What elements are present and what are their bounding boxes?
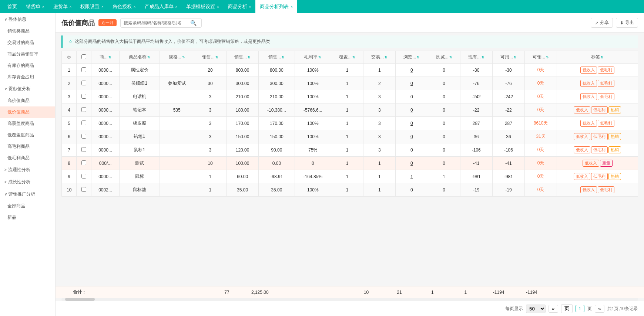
sort-icon-sales_amt[interactable]: ⇅ [248,55,251,59]
nav-close-icon[interactable]: × [68,5,72,9]
sort-icon-coverage[interactable]: ⇅ [352,55,355,59]
nav-close-icon[interactable]: × [100,5,104,9]
sidebar-item-库存资金占用[interactable]: 库存资金占用 [0,71,55,83]
sort-icon-tags[interactable]: ⇅ [601,55,604,59]
sidebar-item-低毛利商品[interactable]: 低毛利商品 [0,152,55,164]
nav-item-权限设置[interactable]: 权限设置 × [76,0,108,13]
sort-icon-browse1[interactable]: ⇅ [417,55,420,59]
col-header-sales_avg[interactable]: 销售...⇅ [259,51,295,64]
sort-icon-gross_rate[interactable]: ⇅ [318,55,321,59]
sidebar-group-成长性分析[interactable]: >成长性分析 [0,176,55,188]
sidebar-item-低覆盖度商品[interactable]: 低覆盖度商品 [0,129,55,141]
browse1-link[interactable]: 0 [410,81,413,86]
sort-icon-name[interactable]: ⇅ [147,55,150,59]
export-button[interactable]: ⬇ 导出 [616,18,638,28]
nav-item-商品分析[interactable]: 商品分析 × [224,0,256,13]
first-page-button[interactable]: 页 [561,304,573,313]
sidebar-group-流通性分析[interactable]: >流通性分析 [0,164,55,176]
sidebar-item-低价值商品[interactable]: 低价值商品 [0,106,55,118]
col-header-coverage[interactable]: 覆盖...⇅ [331,51,363,64]
nav-item-进货单[interactable]: 进货单 × [49,0,76,13]
col-header-code[interactable]: 商...⇅ [91,51,120,64]
sidebar-group-贡献值分析[interactable]: ∨贡献值分析 [0,83,55,95]
row-checkbox[interactable] [77,183,91,197]
row-checkbox[interactable] [77,77,91,90]
col-header-gross_rate[interactable]: 毛利率⇅ [295,51,331,64]
col-header-browse2[interactable]: 浏览...⇅ [428,51,460,64]
sidebar-item-交易过的商品[interactable]: 交易过的商品 [0,37,55,48]
sort-icon-code[interactable]: ⇅ [108,55,111,59]
sort-icon-sales_qty[interactable]: ⇅ [215,55,218,59]
browse1-link[interactable]: 0 [410,161,413,166]
per-page-select[interactable]: 50 100 [526,305,546,313]
browse1-link[interactable]: 0 [410,147,413,153]
col-header-trans[interactable]: 交易...⇅ [363,51,396,64]
sidebar-item-商品分类销售率[interactable]: 商品分类销售率 [0,48,55,60]
nav-item-单据模板设置[interactable]: 单据模板设置 × [182,0,224,13]
col-header-browse1[interactable]: 浏览...⇅ [396,51,428,64]
settings-icon[interactable]: ⚙ [67,55,71,60]
table-container[interactable]: ⚙商...⇅商品名称⇅规格...⇅销售...⇅销售...⇅销售...⇅毛利率⇅覆… [56,51,644,286]
sort-icon-spec[interactable]: ⇅ [182,55,185,59]
sidebar-item-销售类商品[interactable]: 销售类商品 [0,26,55,37]
share-button[interactable]: ↗ 分享 [591,18,613,28]
col-header-spec[interactable]: 规格...⇅ [160,51,194,64]
search-icon[interactable]: 🔍 [190,20,197,26]
row-checkbox[interactable] [77,103,91,117]
row-checkbox[interactable] [77,90,91,103]
search-input[interactable] [124,20,190,26]
sidebar-item-高价值商品[interactable]: 高价值商品 [0,95,55,106]
browse1-link[interactable]: 1 [410,174,413,179]
browse1-link[interactable]: 0 [410,121,413,126]
row-checkbox[interactable] [77,170,91,183]
row-checkbox[interactable] [77,64,91,77]
col-header-sales_qty[interactable]: 销售...⇅ [194,51,226,64]
browse1-link[interactable]: 0 [410,134,413,139]
time-badge[interactable]: 近一月 [98,19,117,26]
scroll-thumb[interactable] [65,298,95,301]
nav-close-icon[interactable]: × [216,5,219,9]
nav-close-icon[interactable]: × [41,5,44,9]
sidebar-item-高毛利商品[interactable]: 高毛利商品 [0,141,55,152]
next-page-button[interactable]: » [595,305,604,313]
col-header-sellable[interactable]: 可销...⇅ [525,51,557,64]
col-header-name[interactable]: 商品名称⇅ [120,51,160,64]
col-header-available[interactable]: 可用...⇅ [492,51,524,64]
nav-item-首页[interactable]: 首页 [3,0,21,13]
sidebar-item-新品[interactable]: 新品 [0,212,55,223]
col-header-tags[interactable]: 标签⇅ [557,51,638,64]
nav-item-角色授权[interactable]: 角色授权 × [108,0,140,13]
nav-close-icon[interactable]: × [289,5,293,9]
browse1-link[interactable]: 0 [410,68,413,73]
col-header-stock[interactable]: 现有...⇅ [460,51,492,64]
nav-close-icon[interactable]: × [248,5,251,9]
sidebar-item-有库存的商品[interactable]: 有库存的商品 [0,60,55,71]
sidebar-group-整体信息[interactable]: ∨整体信息 [0,13,55,26]
sort-icon-sellable[interactable]: ⇅ [546,55,549,59]
sort-icon-sales_avg[interactable]: ⇅ [282,55,285,59]
sort-icon-browse2[interactable]: ⇅ [449,55,452,59]
browse1-link[interactable]: 0 [410,187,413,193]
col-header-checkbox[interactable] [77,51,91,64]
row-checkbox[interactable] [77,143,91,157]
scroll-bar[interactable] [61,298,638,301]
browse1-link[interactable]: 0 [410,108,413,113]
nav-close-icon[interactable]: × [174,5,178,9]
row-checkbox[interactable] [77,130,91,143]
sort-icon-available[interactable]: ⇅ [514,55,517,59]
sort-icon-stock[interactable]: ⇅ [482,55,484,59]
col-header-settings[interactable]: ⚙ [62,51,77,64]
select-all-checkbox[interactable] [81,54,86,59]
sidebar-group-营销推广分析[interactable]: ∨营销推广分析 [0,188,55,200]
sort-icon-trans[interactable]: ⇅ [385,55,388,59]
row-checkbox[interactable] [77,117,91,130]
nav-item-商品分析列表[interactable]: 商品分析列表 × [255,0,297,13]
browse1-link[interactable]: 0 [410,94,413,99]
prev-page-button[interactable]: « [549,305,558,313]
nav-item-销货单[interactable]: 销货单 × [21,0,49,13]
col-header-sales_amt[interactable]: 销售...⇅ [227,51,259,64]
sidebar-item-全部商品[interactable]: 全部商品 [0,200,55,212]
row-checkbox[interactable] [77,157,91,170]
nav-close-icon[interactable]: × [133,5,136,9]
sidebar-item-高覆盖度商品[interactable]: 高覆盖度商品 [0,118,55,129]
